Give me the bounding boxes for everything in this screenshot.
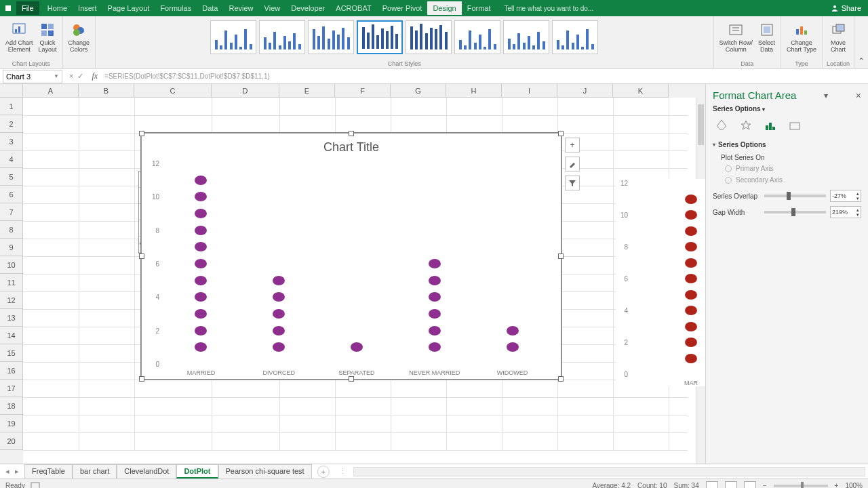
row-header[interactable]: 12: [0, 291, 23, 309]
chart-style-6[interactable]: [454, 20, 500, 54]
row-header[interactable]: 7: [0, 203, 23, 221]
share-button[interactable]: Share: [831, 4, 861, 12]
page-layout-view-button[interactable]: [725, 481, 737, 489]
data-point[interactable]: [685, 242, 697, 251]
ribbon-tab-developer[interactable]: Developer: [285, 1, 330, 15]
column-header[interactable]: F: [335, 84, 391, 98]
row-header[interactable]: 14: [0, 327, 23, 344]
zoom-slider[interactable]: [774, 485, 828, 487]
column-header[interactable]: C: [134, 84, 212, 98]
row-header[interactable]: 10: [0, 256, 23, 274]
row-header[interactable]: 6: [0, 186, 23, 203]
cancel-formula-icon[interactable]: ×: [69, 72, 73, 81]
data-point[interactable]: [429, 309, 441, 319]
gap-width-value[interactable]: 219%▴▾: [830, 206, 861, 218]
close-pane-button[interactable]: ×: [856, 90, 861, 101]
chart-style-5[interactable]: [406, 20, 452, 54]
name-box[interactable]: Chart 3 ▼: [3, 70, 62, 83]
change-chart-type-button[interactable]: Change Chart Type: [785, 20, 818, 54]
column-header[interactable]: E: [279, 84, 335, 98]
row-header[interactable]: 8: [0, 221, 23, 239]
resize-handle[interactable]: [139, 253, 144, 259]
quick-access-save-icon[interactable]: [5, 5, 11, 11]
data-point[interactable]: [273, 326, 285, 336]
gap-width-slider[interactable]: [764, 211, 826, 214]
chart-style-2[interactable]: [259, 20, 305, 54]
ribbon-tab-view[interactable]: View: [259, 1, 286, 15]
column-header[interactable]: B: [79, 84, 134, 98]
row-header[interactable]: 11: [0, 274, 23, 291]
accept-formula-icon[interactable]: ✓: [77, 72, 83, 81]
data-point[interactable]: [195, 326, 207, 336]
data-point[interactable]: [195, 309, 207, 319]
series-options-section[interactable]: Series Options: [713, 141, 861, 148]
data-point[interactable]: [685, 322, 697, 331]
data-point[interactable]: [507, 342, 519, 352]
add-chart-element-button[interactable]: Add Chart Element: [4, 20, 35, 54]
row-header[interactable]: 18: [0, 397, 23, 415]
ribbon-tab-home[interactable]: Home: [42, 1, 73, 15]
data-point[interactable]: [273, 309, 285, 319]
chart-elements-button[interactable]: +: [565, 138, 580, 152]
select-all-corner[interactable]: [0, 84, 23, 98]
data-point[interactable]: [685, 195, 697, 204]
column-header[interactable]: I: [502, 84, 557, 98]
sheet-tab-pearson-chi-square-test[interactable]: Pearson chi-square test: [218, 464, 312, 479]
chart-styles-button[interactable]: [565, 157, 580, 171]
data-point[interactable]: [429, 259, 441, 268]
series-overlap-slider[interactable]: [764, 195, 826, 197]
row-header[interactable]: 19: [0, 415, 23, 432]
sheet-tab-dotplot[interactable]: DotPlot: [176, 464, 218, 479]
data-point[interactable]: [273, 292, 285, 302]
data-point[interactable]: [195, 226, 207, 235]
pane-subtitle[interactable]: Series Options: [713, 105, 761, 113]
column-header[interactable]: J: [557, 84, 613, 98]
select-data-button[interactable]: Select Data: [757, 20, 776, 54]
ribbon-tab-power-pivot[interactable]: Power Pivot: [377, 1, 428, 15]
zoom-out-button[interactable]: −: [763, 482, 767, 488]
zoom-level[interactable]: 100%: [845, 482, 863, 488]
ribbon-tab-review[interactable]: Review: [223, 1, 258, 15]
data-point[interactable]: [195, 292, 207, 302]
data-point[interactable]: [685, 338, 697, 347]
chart-style-7[interactable]: [503, 20, 549, 54]
row-header[interactable]: 20: [0, 432, 23, 450]
row-header[interactable]: 2: [0, 115, 23, 133]
move-chart-button[interactable]: Move Chart: [829, 20, 848, 54]
tab-scroll-left[interactable]: ◂: [5, 467, 9, 476]
resize-handle[interactable]: [139, 376, 144, 382]
row-header[interactable]: 5: [0, 168, 23, 186]
resize-handle[interactable]: [558, 253, 564, 259]
data-point[interactable]: [685, 354, 697, 363]
data-point[interactable]: [195, 176, 207, 185]
switch-row-column-button[interactable]: Switch Row/ Column: [718, 20, 755, 54]
chart-style-4[interactable]: [357, 20, 403, 54]
effects-tab-icon[interactable]: [737, 117, 755, 134]
tab-scroll-right[interactable]: ▸: [15, 467, 19, 476]
data-point[interactable]: [195, 242, 207, 251]
worksheet-grid[interactable]: ABCDEFGHIJK 1234567891011121314151617181…: [0, 84, 705, 464]
resize-handle[interactable]: [349, 376, 354, 382]
new-sheet-button[interactable]: +: [317, 466, 330, 478]
chart-style-3[interactable]: [308, 20, 354, 54]
column-header[interactable]: H: [446, 84, 502, 98]
fill-tab-icon[interactable]: [713, 117, 730, 134]
data-point[interactable]: [429, 292, 441, 302]
resize-handle[interactable]: [558, 131, 564, 136]
ribbon-tab-file[interactable]: File: [16, 1, 39, 15]
chart-object-1[interactable]: + Chart Title 024681012 MARRIEDDIVORCEDS…: [141, 133, 561, 380]
data-point[interactable]: [685, 226, 697, 236]
ribbon-tab-formulas[interactable]: Formulas: [155, 1, 197, 15]
data-point[interactable]: [195, 342, 207, 352]
data-point[interactable]: [685, 210, 697, 220]
chevron-down-icon[interactable]: ▼: [54, 73, 59, 79]
row-header[interactable]: 15: [0, 344, 23, 362]
fx-icon[interactable]: fx: [87, 71, 102, 81]
column-header[interactable]: D: [212, 84, 279, 98]
data-point[interactable]: [685, 274, 697, 283]
chart-title[interactable]: Chart Title: [142, 134, 561, 157]
data-point[interactable]: [195, 259, 207, 268]
row-header[interactable]: 4: [0, 150, 23, 168]
chart-filters-button[interactable]: [565, 176, 580, 190]
data-point[interactable]: [685, 290, 697, 300]
